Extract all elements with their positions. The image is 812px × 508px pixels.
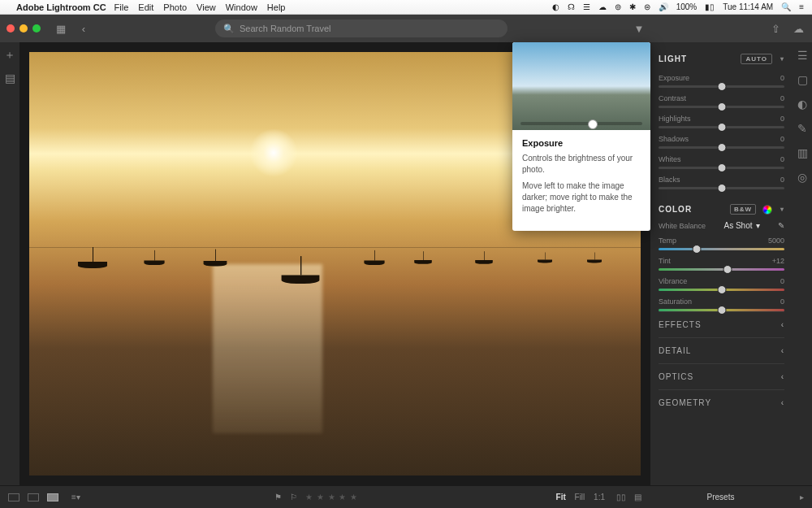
slider-value: +12: [772, 257, 784, 265]
search-input[interactable]: 🔍 Search Random Travel: [215, 20, 508, 37]
light-blacks-slider[interactable]: [659, 187, 784, 189]
status-icon: ⊚: [615, 2, 621, 11]
bw-toggle[interactable]: B&W: [730, 204, 756, 215]
menu-edit[interactable]: Edit: [138, 2, 153, 12]
section-geometry[interactable]: GEOMETRY‹: [659, 389, 784, 415]
search-placeholder: Search Random Travel: [240, 24, 331, 33]
slider-value: 0: [780, 155, 784, 163]
compare-view-button[interactable]: [28, 493, 39, 501]
maximize-window[interactable]: [32, 24, 41, 33]
notifications-icon[interactable]: ≡: [799, 2, 804, 11]
popover-text: Controls the brightness of your photo.: [522, 153, 641, 176]
slider-value: 0: [780, 135, 784, 143]
color-mixer-icon[interactable]: [762, 205, 772, 215]
menu-view[interactable]: View: [197, 2, 216, 12]
chevron-left-icon: ‹: [781, 346, 784, 355]
zoom-1to1[interactable]: 1:1: [594, 493, 605, 501]
auto-button[interactable]: AUTO: [741, 54, 772, 64]
slider-label: Temp: [659, 237, 676, 245]
light-contrast-slider[interactable]: [659, 106, 784, 108]
sort-icon[interactable]: ≡▾: [71, 493, 80, 501]
mac-menubar: Adobe Lightroom CC File Edit Photo View …: [0, 0, 812, 15]
rating-stars[interactable]: ★ ★ ★ ★ ★: [305, 493, 358, 501]
edit-panel: LIGHT AUTO ▾ Exposure0Contrast0Highlight…: [650, 42, 793, 485]
menu-photo[interactable]: Photo: [163, 2, 187, 12]
section-detail[interactable]: DETAIL‹: [659, 337, 784, 363]
flag-reject-icon[interactable]: ⚐: [290, 493, 297, 501]
brush-icon[interactable]: ✎: [796, 122, 809, 135]
section-light[interactable]: LIGHT AUTO ▾: [659, 49, 784, 67]
slider-value: 0: [780, 94, 784, 102]
menu-window[interactable]: Window: [226, 2, 257, 12]
section-optics[interactable]: OPTICS‹: [659, 363, 784, 389]
slider-label: Whites: [659, 155, 681, 163]
light-highlights-slider[interactable]: [659, 126, 784, 128]
flag-pick-icon[interactable]: ⚑: [274, 493, 282, 501]
slider-value: 0: [780, 74, 784, 82]
status-icon: ☊: [568, 2, 575, 11]
share-icon[interactable]: ⇧: [768, 21, 783, 36]
presets-button[interactable]: Presets: [650, 493, 792, 501]
info-icon[interactable]: ▤: [634, 493, 641, 501]
section-color[interactable]: COLOR B&W ▾: [659, 199, 784, 218]
filter-icon[interactable]: ▼: [632, 21, 646, 36]
window-controls[interactable]: [6, 24, 41, 33]
light-whites-slider[interactable]: [659, 167, 784, 169]
my-photos-icon[interactable]: ▦: [54, 21, 68, 36]
radial-gradient-icon[interactable]: ◎: [796, 171, 809, 184]
popover-text: Move left to make the image darker; move…: [522, 180, 641, 215]
menu-file[interactable]: File: [114, 2, 129, 12]
grid-icon[interactable]: ▤: [3, 72, 16, 85]
panel-collapse-icon[interactable]: ▸: [800, 493, 804, 501]
detail-view-button[interactable]: [47, 493, 58, 501]
crop-icon[interactable]: ▢: [796, 73, 809, 86]
color-temp-slider[interactable]: [659, 248, 784, 250]
spotlight-icon[interactable]: 🔍: [781, 2, 791, 11]
status-icon: ☁: [598, 2, 607, 11]
cloud-icon[interactable]: ☁: [791, 21, 806, 36]
volume-icon: 🔊: [659, 2, 668, 11]
slider-value: 5000: [768, 237, 784, 245]
chevron-down-icon: ▾: [780, 55, 784, 63]
slider-label: Tint: [659, 257, 671, 265]
menu-help[interactable]: Help: [267, 2, 286, 12]
zoom-fill[interactable]: Fill: [575, 493, 585, 501]
light-shadows-slider[interactable]: [659, 146, 784, 149]
bottom-bar: ≡▾ ⚑ ⚐ ★ ★ ★ ★ ★ Fit Fill 1:1 ▯▯ ▤ Prese…: [0, 485, 812, 508]
grid-view-button[interactable]: [8, 493, 19, 501]
zoom-fit[interactable]: Fit: [556, 493, 566, 501]
color-tint-slider[interactable]: [659, 268, 784, 271]
slider-value: 0: [780, 297, 784, 306]
clock: Tue 11:14 AM: [723, 2, 773, 11]
back-icon[interactable]: ‹: [76, 21, 91, 36]
minimize-window[interactable]: [19, 24, 28, 33]
search-icon: 🔍: [223, 24, 235, 34]
status-icon: ◐: [552, 2, 559, 11]
add-photos-icon[interactable]: ＋: [3, 49, 16, 62]
edit-sliders-icon[interactable]: ☰: [796, 49, 809, 62]
bluetooth-icon: ✱: [629, 2, 636, 11]
linear-gradient-icon[interactable]: ▥: [796, 146, 809, 159]
chevron-left-icon: ‹: [781, 320, 784, 329]
wifi-icon: ⊜: [644, 2, 650, 11]
app-name[interactable]: Adobe Lightroom CC: [16, 2, 106, 12]
status-icon: ☰: [583, 2, 590, 11]
filmstrip-icon[interactable]: ▯▯: [616, 493, 626, 501]
color-vibrance-slider[interactable]: [659, 289, 784, 291]
close-window[interactable]: [6, 24, 15, 33]
eyedropper-icon[interactable]: ✎: [778, 221, 784, 230]
slider-label: Vibrance: [659, 277, 687, 285]
chevron-left-icon: ‹: [781, 398, 784, 407]
popover-slider[interactable]: [520, 122, 642, 125]
color-saturation-slider[interactable]: [659, 309, 784, 311]
section-effects[interactable]: EFFECTS‹: [659, 311, 784, 337]
help-popover: Exposure Controls the brightness of your…: [512, 42, 650, 231]
slider-value: 0: [780, 176, 784, 184]
photo-canvas[interactable]: Exposure Controls the brightness of your…: [19, 42, 650, 485]
wb-select[interactable]: As Shot▾: [724, 221, 760, 230]
popover-title: Exposure: [522, 138, 641, 148]
light-exposure-slider[interactable]: [659, 85, 784, 88]
slider-value: 0: [780, 277, 784, 285]
heal-icon[interactable]: ◐: [796, 98, 809, 111]
slider-label: Contrast: [659, 94, 686, 102]
